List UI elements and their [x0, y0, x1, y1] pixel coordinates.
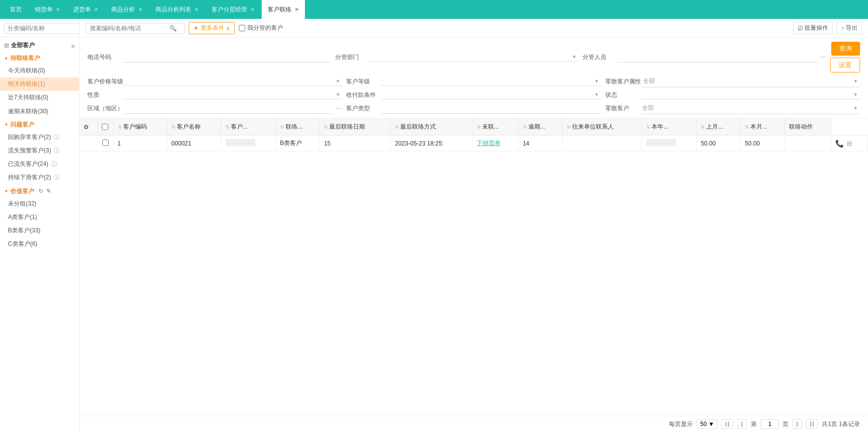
price-level-select[interactable]: ▼: [123, 77, 342, 86]
sidebar-item-b-class[interactable]: B类客户(33): [0, 224, 79, 237]
my-customers-checkbox-label[interactable]: 我分管的客户: [239, 24, 283, 32]
nav-tab-purchaseorder-close[interactable]: ✕: [94, 6, 98, 13]
cust-type-label: 客户类型: [346, 104, 381, 113]
sidebar-item-repurchase-abnormal-label: 回购异常客户(2): [8, 134, 51, 141]
search-input[interactable]: [90, 25, 169, 32]
cust-type-input[interactable]: [381, 103, 601, 114]
col-gear: ⚙: [79, 119, 97, 136]
sidebar-item-overdue-pending-label: 逾期未联络(30): [8, 108, 48, 115]
search-icon[interactable]: 🔍: [169, 25, 177, 32]
col-contact-sort-icon: ⇅: [280, 124, 284, 130]
sidebar-item-today-pending-label: 今天待联络(0): [8, 67, 45, 74]
col-tm-sort-icon: ⇅: [745, 124, 749, 130]
select-all-checkbox[interactable]: [102, 124, 108, 130]
manager-input[interactable]: [617, 52, 817, 63]
last-page-button[interactable]: ⟩⟩: [806, 419, 818, 429]
sidebar-item-today-pending[interactable]: 今天待联络(0): [0, 64, 79, 77]
col-cp-sort-icon: ⇅: [567, 124, 571, 130]
phone-input[interactable]: [122, 52, 331, 63]
col-od-label: 逾期...: [528, 123, 545, 131]
col-lm-sort-icon: ⇅: [701, 124, 705, 130]
gear-icon[interactable]: ⚙: [83, 124, 89, 131]
filter-field-phone: 电话号码: [87, 52, 331, 63]
nav-tab-product-analysis-list-close[interactable]: ✕: [194, 6, 199, 13]
col-code: ⇅ 客户编码: [113, 119, 167, 136]
content-area: 🔍 ▼ 更多条件 ∧ 我分管的客户 ☑ 批量操作 ↑ 导出: [79, 19, 868, 432]
row-contact: 15: [324, 140, 330, 147]
nav-home[interactable]: 首页: [4, 0, 28, 19]
col-od-sort-icon: ⇅: [523, 124, 527, 130]
sidebar-item-a-class[interactable]: A类客户(1): [0, 211, 79, 224]
col-uncontacted: ⇅ 未联...: [472, 119, 518, 136]
region-input[interactable]: [123, 103, 334, 114]
cust-level-select[interactable]: ▼: [381, 77, 601, 86]
sidebar: 🔍 ⊞ 全部客户 « 待联络客户 今天待联络(0) 明天待联络(1) 近7天待联…: [0, 19, 79, 432]
col-last-month: ⇅ 上月...: [697, 119, 741, 136]
batch-operation-button[interactable]: ☑ 批量操作: [793, 22, 833, 34]
sidebar-item-7day-pending[interactable]: 近7天待联络(0): [0, 91, 79, 104]
home-label: 首页: [10, 5, 22, 14]
row-checkbox[interactable]: [102, 140, 109, 146]
row-this-year-cell: 50.00: [697, 136, 741, 151]
nav-tab-salesorder-close[interactable]: ✕: [56, 6, 60, 13]
payment-select[interactable]: ▼: [381, 90, 601, 99]
manager-dots-icon[interactable]: ···: [820, 53, 826, 62]
filter-row-4: 区域（地区） ··· 客户类型 零散客户 全部 ▼: [87, 102, 860, 114]
sidebar-item-ungrouped[interactable]: 未分组(32): [0, 197, 79, 211]
sidebar-item-churned[interactable]: 已流失客户(24) ⓘ: [0, 157, 79, 171]
nav-tab-customer-tier-close[interactable]: ✕: [250, 6, 255, 13]
query-button[interactable]: 查询: [831, 42, 860, 56]
retail-attr-select[interactable]: 全部 ▼: [641, 75, 860, 87]
col-action: 联络动作: [785, 119, 831, 136]
next-page-button[interactable]: ⟩: [793, 419, 802, 429]
my-customers-checkbox[interactable]: [239, 25, 245, 31]
nav-tab-purchaseorder[interactable]: 进货单 ✕: [67, 0, 104, 19]
checkbox-icon: ☑: [797, 25, 803, 32]
nav-tab-product-analysis-close[interactable]: ✕: [138, 6, 143, 13]
sidebar-item-overdue-pending[interactable]: 逾期未联络(30): [0, 105, 79, 118]
more-conditions-button[interactable]: ▼ 更多条件 ∧: [189, 22, 235, 34]
batch-op-label: 批量操作: [804, 24, 828, 32]
region-dots-icon[interactable]: ···: [336, 104, 342, 113]
page-number-input[interactable]: [761, 419, 779, 429]
prev-page-button[interactable]: ⟨: [737, 419, 747, 429]
nav-tab-customer-contact[interactable]: 客户联络 ✕: [262, 0, 305, 19]
nav-tab-product-analysis-list[interactable]: 商品分析列表 ✕: [149, 0, 205, 19]
sidebar-item-declining[interactable]: 持续下滑客户(2) ⓘ: [0, 171, 79, 184]
price-level-arrow-icon: ▼: [335, 78, 340, 84]
filter-icon: ▼: [193, 25, 199, 32]
action-phone-icon[interactable]: 📞: [835, 140, 844, 147]
nav-tab-product-analysis-label: 商品分析: [111, 5, 135, 14]
row-code-cell: 000021: [167, 136, 221, 151]
sidebar-item-tomorrow-pending[interactable]: 明天待联络(1): [0, 77, 79, 91]
refresh-icon[interactable]: ↻: [38, 188, 43, 195]
sidebar-search-input[interactable]: [4, 23, 79, 34]
sidebar-group-problem[interactable]: 问题客户: [0, 118, 79, 131]
row-lcm-link[interactable]: 下销货单: [477, 140, 501, 146]
export-button[interactable]: ↑ 导出: [837, 22, 862, 34]
sidebar-group-pending[interactable]: 待联络客户: [0, 52, 79, 64]
per-page-select[interactable]: 50 ▼: [697, 419, 718, 429]
dept-select[interactable]: ▼: [370, 53, 579, 62]
filter-field-region: 区域（地区） ···: [87, 103, 342, 114]
sidebar-group-value[interactable]: 价值客户 ↻ ✎: [0, 185, 79, 197]
nav-tab-salesorder[interactable]: 销货单 ✕: [29, 0, 66, 19]
nav-tab-customer-contact-close[interactable]: ✕: [294, 6, 299, 13]
sidebar-item-churn-warning[interactable]: 流失预警客户(3) ⓘ: [0, 144, 79, 157]
edit-icon[interactable]: ✎: [46, 188, 51, 195]
sidebar-item-repurchase-abnormal[interactable]: 回购异常客户(2) ⓘ: [0, 131, 79, 144]
sidebar-group-value-label: 价值客户: [10, 187, 34, 196]
first-page-button[interactable]: ⟨⟨: [722, 419, 733, 429]
sidebar-all-customers-label[interactable]: 全部客户: [11, 41, 71, 50]
settings-button[interactable]: 设置: [830, 58, 860, 72]
sidebar-item-c-class[interactable]: C类客户(6): [0, 237, 79, 251]
gender-select[interactable]: ▼: [122, 90, 342, 99]
nav-tab-product-analysis[interactable]: 商品分析 ✕: [105, 0, 148, 19]
retail-cust-select[interactable]: 全部 ▼: [640, 102, 860, 114]
sidebar-collapse-icon[interactable]: «: [71, 42, 75, 50]
action-grid-icon[interactable]: ⊞: [847, 140, 853, 147]
status-select[interactable]: ▼: [640, 90, 860, 99]
sidebar-all-customers-header: ⊞ 全部客户 «: [0, 37, 79, 52]
nav-tab-customer-tier[interactable]: 客户分层经营 ✕: [206, 0, 261, 19]
col-lm-label: 上月...: [706, 123, 723, 131]
